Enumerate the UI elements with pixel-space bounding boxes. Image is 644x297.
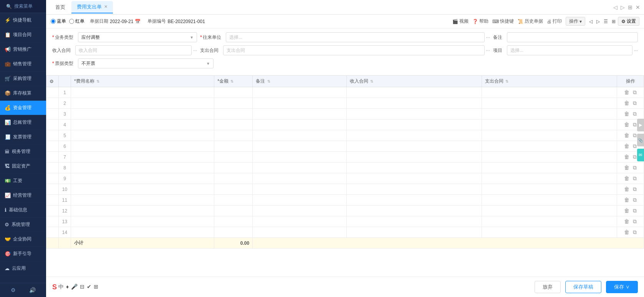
- expense-name-cell[interactable]: [71, 130, 214, 141]
- expense-name-cell[interactable]: [71, 163, 214, 173]
- sidebar-item-7[interactable]: 📊总账管理: [0, 115, 46, 130]
- amount-cell[interactable]: [214, 87, 253, 98]
- sidebar-item-11[interactable]: 💵工资: [0, 174, 46, 188]
- income-contract-cell[interactable]: [346, 152, 482, 163]
- income-contract-input[interactable]: 收入合同: [75, 45, 192, 55]
- doc-value[interactable]: BE-20220921-001: [167, 19, 205, 24]
- tab-nav-right-icon[interactable]: ▷: [621, 4, 625, 10]
- toolbar-help-btn[interactable]: ❓ 帮助: [472, 18, 488, 25]
- amount-cell[interactable]: [214, 173, 253, 184]
- speaker-icon[interactable]: 🔊: [29, 287, 36, 293]
- expense-name-cell[interactable]: [71, 227, 214, 238]
- payee-more-btn[interactable]: ···: [486, 35, 490, 40]
- expense-contract-cell[interactable]: [482, 184, 617, 195]
- expense-contract-cell[interactable]: [482, 87, 617, 98]
- copy-row-icon[interactable]: ⧉: [633, 186, 637, 192]
- amount-cell[interactable]: [214, 195, 253, 206]
- discard-button[interactable]: 放弃: [535, 281, 561, 293]
- expense-contract-cell[interactable]: [482, 141, 617, 152]
- income-contract-cell[interactable]: [346, 109, 482, 119]
- delete-row-icon[interactable]: 🗑: [624, 143, 629, 149]
- right-float-btn-1[interactable]: ▶: [637, 119, 644, 131]
- sidebar-item-12[interactable]: 📈经营管理: [0, 188, 46, 203]
- note-cell[interactable]: [253, 163, 346, 173]
- setting-button[interactable]: ⚙ 设置: [618, 17, 639, 26]
- tab-close-1[interactable]: ✕: [104, 4, 108, 9]
- amount-cell[interactable]: [214, 184, 253, 195]
- radio-red[interactable]: 红单: [69, 18, 84, 25]
- toolbar-print-btn[interactable]: 🖨 打印: [547, 18, 562, 25]
- delete-row-icon[interactable]: 🗑: [624, 186, 629, 192]
- note-cell[interactable]: [253, 141, 346, 152]
- copy-row-icon[interactable]: ⧉: [633, 197, 637, 203]
- expense-contract-cell[interactable]: [482, 109, 617, 119]
- copy-row-icon[interactable]: ⧉: [633, 111, 637, 117]
- toolbar-list-icon[interactable]: ☰: [604, 19, 608, 24]
- tab-close-icon[interactable]: ✕: [636, 4, 640, 10]
- amount-cell[interactable]: [214, 98, 253, 109]
- note-input[interactable]: [507, 32, 638, 42]
- col-settings[interactable]: ⚙: [46, 76, 59, 87]
- sidebar-item-0[interactable]: ⚡快捷导航: [0, 13, 46, 28]
- delete-row-icon[interactable]: 🗑: [624, 154, 629, 160]
- copy-row-icon[interactable]: ⧉: [633, 89, 637, 95]
- note-cell[interactable]: [253, 227, 346, 238]
- sidebar-item-10[interactable]: 🏗固定资产: [0, 159, 46, 174]
- expense-name-cell[interactable]: [71, 184, 214, 195]
- right-float-btn-3[interactable]: ✉: [637, 149, 644, 161]
- toolbar-shortcut-btn[interactable]: ⌨ 快捷键: [492, 18, 514, 25]
- voucher-type-input[interactable]: 不开票 ▼: [78, 58, 214, 68]
- note-cell[interactable]: [253, 195, 346, 206]
- income-contract-cell[interactable]: [346, 206, 482, 216]
- expense-contract-cell[interactable]: [482, 152, 617, 163]
- expense-contract-more-btn[interactable]: ···: [486, 48, 490, 53]
- income-contract-cell[interactable]: [346, 173, 482, 184]
- settings-bottom-icon[interactable]: ⚙: [11, 287, 16, 293]
- amount-cell[interactable]: [214, 130, 253, 141]
- delete-row-icon[interactable]: 🗑: [624, 111, 629, 117]
- right-float-btn-2[interactable]: 📎: [637, 134, 644, 146]
- save-draft-button[interactable]: 保存草稿: [565, 281, 601, 293]
- project-input[interactable]: 选择...: [507, 45, 632, 55]
- income-contract-cell[interactable]: [346, 141, 482, 152]
- note-cell[interactable]: [253, 87, 346, 98]
- income-contract-cell[interactable]: [346, 119, 482, 130]
- note-cell[interactable]: [253, 98, 346, 109]
- expense-contract-cell[interactable]: [482, 195, 617, 206]
- amount-cell[interactable]: [214, 163, 253, 173]
- delete-row-icon[interactable]: 🗑: [624, 229, 629, 235]
- amount-cell[interactable]: [214, 119, 253, 130]
- income-contract-cell[interactable]: [346, 163, 482, 173]
- note-cell[interactable]: [253, 119, 346, 130]
- copy-row-icon[interactable]: ⧉: [633, 143, 637, 149]
- copy-row-icon[interactable]: ⧉: [633, 207, 637, 214]
- delete-row-icon[interactable]: 🗑: [624, 197, 629, 203]
- expense-name-cell[interactable]: [71, 216, 214, 227]
- amount-cell[interactable]: [214, 141, 253, 152]
- delete-row-icon[interactable]: 🗑: [624, 132, 629, 138]
- delete-row-icon[interactable]: 🗑: [624, 100, 629, 106]
- payee-input[interactable]: 选择...: [226, 32, 485, 42]
- sidebar-item-14[interactable]: ⚙系统管理: [0, 217, 46, 232]
- expense-contract-cell[interactable]: [482, 163, 617, 173]
- toolbar-ops-btn[interactable]: 操作 ▾: [566, 17, 585, 26]
- toolbar-history-btn[interactable]: 📜 历史单据: [518, 18, 543, 25]
- copy-row-icon[interactable]: ⧉: [633, 218, 637, 224]
- income-contract-cell[interactable]: [346, 98, 482, 109]
- sidebar-item-3[interactable]: 💼销售管理: [0, 57, 46, 71]
- delete-row-icon[interactable]: 🗑: [624, 207, 629, 214]
- income-contract-more-btn[interactable]: ···: [193, 48, 197, 53]
- note-cell[interactable]: [253, 206, 346, 216]
- expense-name-cell[interactable]: [71, 98, 214, 109]
- copy-row-icon[interactable]: ⧉: [633, 164, 637, 171]
- sidebar-item-4[interactable]: 🛒采购管理: [0, 71, 46, 86]
- amount-cell[interactable]: [214, 152, 253, 163]
- expense-name-cell[interactable]: [71, 119, 214, 130]
- note-cell[interactable]: [253, 109, 346, 119]
- expense-name-cell[interactable]: [71, 87, 214, 98]
- amount-cell[interactable]: [214, 216, 253, 227]
- sidebar-item-5[interactable]: 📦库存核算: [0, 86, 46, 101]
- sidebar-search[interactable]: 🔍 搜索菜单: [0, 0, 46, 13]
- expense-contract-cell[interactable]: [482, 227, 617, 238]
- expense-name-cell[interactable]: [71, 173, 214, 184]
